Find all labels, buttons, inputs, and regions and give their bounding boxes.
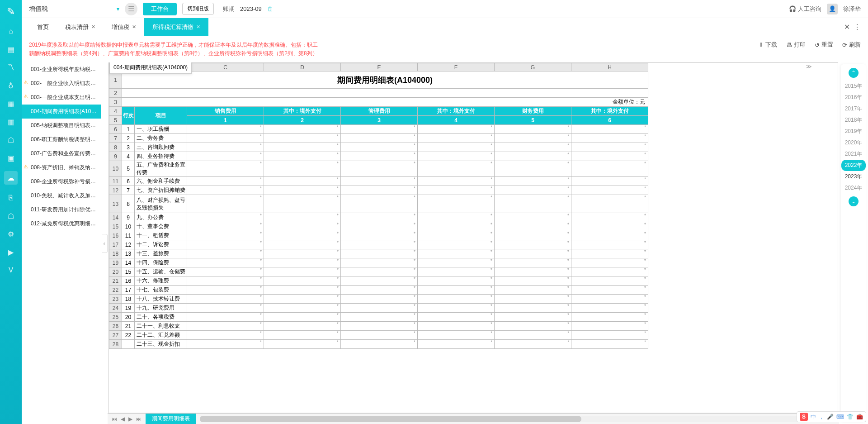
row-header[interactable]: 19 — [109, 258, 122, 267]
tree-item-3[interactable]: 004-期间费用明细表(A1040... — [22, 105, 101, 119]
ime-mode[interactable]: 中 — [811, 413, 816, 421]
data-cell[interactable]: * — [187, 143, 264, 152]
data-cell[interactable]: * — [341, 267, 418, 276]
data-cell[interactable]: * — [341, 249, 418, 258]
row-header[interactable]: 6 — [109, 125, 122, 134]
data-cell[interactable]: * — [418, 222, 495, 231]
data-cell[interactable]: * — [341, 304, 418, 313]
data-cell[interactable]: * — [495, 152, 571, 161]
data-cell[interactable]: * — [418, 231, 495, 240]
data-cell[interactable]: * — [495, 231, 571, 240]
year-2020年[interactable]: 2020年 — [841, 137, 866, 148]
data-cell[interactable]: * — [571, 152, 648, 161]
data-cell[interactable]: * — [418, 322, 495, 331]
year-2015年[interactable]: 2015年 — [841, 81, 866, 92]
data-cell[interactable]: * — [187, 340, 264, 349]
data-cell[interactable]: * — [341, 340, 418, 349]
data-cell[interactable]: * — [495, 161, 571, 177]
data-cell[interactable]: * — [418, 304, 495, 313]
data-cell[interactable]: * — [187, 195, 264, 213]
workspace-button[interactable]: 工作台 — [143, 3, 177, 15]
data-cell[interactable]: * — [571, 125, 648, 134]
row-header[interactable]: 10 — [109, 161, 122, 177]
data-cell[interactable]: * — [187, 186, 264, 195]
data-cell[interactable]: * — [187, 304, 264, 313]
data-cell[interactable]: * — [571, 286, 648, 295]
data-cell[interactable]: * — [418, 134, 495, 143]
data-cell[interactable]: * — [418, 195, 495, 213]
data-cell[interactable]: * — [571, 313, 648, 322]
data-cell[interactable]: * — [495, 213, 571, 222]
data-cell[interactable]: * — [264, 267, 341, 276]
row-header[interactable]: 17 — [109, 240, 122, 249]
cloud-icon[interactable]: ☁ — [4, 171, 18, 185]
tab-2[interactable]: 增值税✕ — [104, 18, 144, 36]
year-2018年[interactable]: 2018年 — [841, 114, 866, 126]
close-icon[interactable]: ✕ — [196, 24, 200, 30]
col-header[interactable]: E — [341, 63, 418, 71]
data-cell[interactable]: * — [341, 195, 418, 213]
data-cell[interactable]: * — [495, 177, 571, 186]
data-cell[interactable]: * — [418, 313, 495, 322]
tree-item-9[interactable]: 010-免税、减计收入及加计... — [22, 189, 101, 203]
doc-icon[interactable]: ▤ — [6, 44, 16, 54]
data-cell[interactable]: * — [341, 276, 418, 286]
ime-keyboard-icon[interactable]: ⌨ — [836, 414, 844, 420]
tree-item-6[interactable]: 007-广告费和业务宣传费跨... — [22, 147, 101, 161]
data-cell[interactable]: * — [187, 258, 264, 267]
data-cell[interactable]: * — [341, 286, 418, 295]
data-cell[interactable]: * — [571, 304, 648, 313]
data-cell[interactable]: * — [264, 304, 341, 313]
data-cell[interactable]: * — [418, 161, 495, 177]
row-header[interactable]: 16 — [109, 231, 122, 240]
col-header[interactable]: H — [571, 63, 648, 71]
data-cell[interactable]: * — [418, 240, 495, 249]
data-cell[interactable]: * — [187, 134, 264, 143]
sheet-nav-last-icon[interactable]: ⏭ — [135, 416, 143, 422]
data-cell[interactable]: * — [495, 134, 571, 143]
tab-3[interactable]: 所得税汇算清缴✕ — [144, 18, 208, 36]
download-button[interactable]: ⇩ 下载 — [759, 41, 777, 49]
data-cell[interactable]: * — [187, 161, 264, 177]
data-cell[interactable]: * — [571, 258, 648, 267]
support-link[interactable]: 🎧 人工咨询 — [789, 5, 821, 13]
switch-old-button[interactable]: 切到旧版 — [182, 3, 214, 15]
data-cell[interactable]: * — [571, 295, 648, 304]
data-cell[interactable]: * — [495, 186, 571, 195]
data-cell[interactable]: * — [264, 161, 341, 177]
data-cell[interactable]: * — [418, 340, 495, 349]
row-header[interactable]: 18 — [109, 249, 122, 258]
data-cell[interactable]: * — [495, 240, 571, 249]
tab-0[interactable]: 首页 — [29, 18, 57, 36]
data-cell[interactable]: * — [571, 240, 648, 249]
data-cell[interactable]: * — [571, 331, 648, 340]
data-cell[interactable]: * — [187, 213, 264, 222]
data-cell[interactable]: * — [264, 322, 341, 331]
row-header[interactable]: 9 — [109, 152, 122, 161]
data-cell[interactable]: * — [571, 177, 648, 186]
tree-item-8[interactable]: 009-企业所得税弥补亏损明... — [22, 175, 101, 189]
data-cell[interactable]: * — [264, 276, 341, 286]
row-header[interactable]: 27 — [109, 331, 122, 340]
data-cell[interactable]: * — [418, 125, 495, 134]
data-cell[interactable]: * — [341, 134, 418, 143]
home-icon[interactable]: ⌂ — [6, 26, 16, 36]
calendar-picker-icon[interactable]: 🗓 — [267, 5, 274, 13]
data-cell[interactable]: * — [341, 295, 418, 304]
data-cell[interactable]: * — [418, 249, 495, 258]
data-cell[interactable]: * — [571, 143, 648, 152]
sheet-tab[interactable]: 期间费用明细表 — [146, 414, 196, 424]
data-cell[interactable]: * — [341, 125, 418, 134]
expand-right-icon[interactable]: ≫ — [806, 63, 812, 70]
data-cell[interactable]: * — [495, 331, 571, 340]
data-cell[interactable]: * — [187, 331, 264, 340]
data-cell[interactable]: * — [264, 152, 341, 161]
row-header[interactable]: 21 — [109, 276, 122, 286]
row-header[interactable]: 14 — [109, 213, 122, 222]
data-cell[interactable]: * — [571, 249, 648, 258]
col-header[interactable]: D — [264, 63, 341, 71]
print-button[interactable]: 🖶 打印 — [786, 41, 806, 49]
ime-toolbar[interactable]: S 中 ， 🎤 ⌨ 👕 🧰 — [797, 411, 866, 422]
data-cell[interactable]: * — [495, 322, 571, 331]
data-cell[interactable]: * — [187, 313, 264, 322]
